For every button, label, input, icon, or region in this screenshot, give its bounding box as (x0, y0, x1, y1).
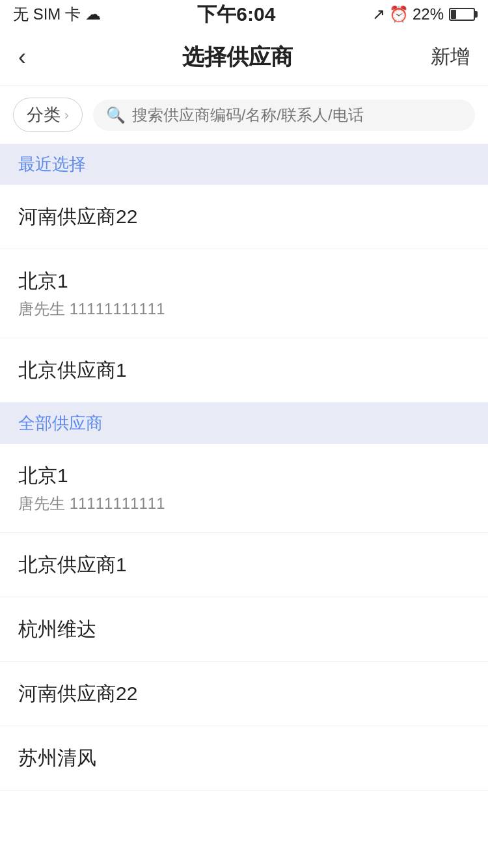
item-sub: 唐先生 11111111111 (18, 493, 470, 514)
section-header-text: 最近选择 (18, 154, 86, 174)
item-name: 河南供应商22 (18, 680, 470, 707)
section-header-recent: 最近选择 (0, 144, 488, 185)
back-button[interactable]: ‹ (18, 44, 57, 71)
list-item[interactable]: 苏州清风 (0, 726, 488, 791)
status-right: ↗ ⏰ 22% (372, 5, 475, 23)
item-sub: 唐先生 11111111111 (18, 299, 470, 319)
search-box: 🔍 (93, 100, 475, 131)
sim-label: 无 SIM 卡 ☁ (13, 4, 101, 25)
item-name: 苏州清风 (18, 744, 470, 772)
section-header-text: 全部供应商 (18, 413, 103, 433)
list-item[interactable]: 北京供应商1 (0, 338, 488, 403)
item-name: 北京供应商1 (18, 357, 470, 384)
list-item[interactable]: 北京1唐先生 11111111111 (0, 249, 488, 338)
alarm-icon: ⏰ (389, 5, 409, 23)
item-name: 河南供应商22 (18, 203, 470, 230)
page-title: 选择供应商 (182, 42, 293, 72)
list-item[interactable]: 北京供应商1 (0, 533, 488, 597)
list-item[interactable]: 杭州维达 (0, 597, 488, 662)
item-name: 北京供应商1 (18, 551, 470, 578)
list-item[interactable]: 河南供应商22 (0, 662, 488, 726)
battery-icon (449, 8, 475, 21)
category-button[interactable]: 分类 › (13, 98, 83, 132)
status-time: 下午6:04 (197, 1, 275, 28)
item-name: 杭州维达 (18, 616, 470, 643)
list-item[interactable]: 河南供应商22 (0, 185, 488, 249)
supplier-list: 最近选择河南供应商22北京1唐先生 11111111111北京供应商1全部供应商… (0, 144, 488, 791)
status-left: 无 SIM 卡 ☁ (13, 4, 101, 25)
section-header-all: 全部供应商 (0, 403, 488, 444)
list-item[interactable]: 北京1唐先生 11111111111 (0, 444, 488, 533)
item-name: 北京1 (18, 267, 470, 295)
search-icon: 🔍 (106, 106, 126, 124)
search-input[interactable] (132, 106, 462, 124)
status-bar: 无 SIM 卡 ☁ 下午6:04 ↗ ⏰ 22% (0, 0, 488, 29)
filter-bar: 分类 › 🔍 (0, 86, 488, 144)
nav-bar: ‹ 选择供应商 新增 (0, 29, 488, 86)
item-name: 北京1 (18, 462, 470, 489)
category-label: 分类 (27, 103, 61, 126)
location-icon: ↗ (372, 5, 385, 23)
new-action-button[interactable]: 新增 (418, 44, 470, 70)
battery-percent: 22% (413, 5, 444, 23)
chevron-right-icon: › (64, 107, 69, 122)
